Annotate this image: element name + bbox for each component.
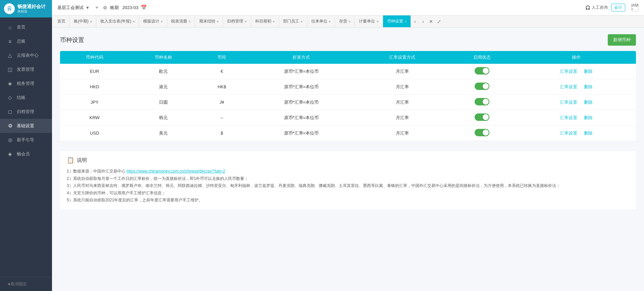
sidebar-item-ledger[interactable]: ≡ 总账 (0, 34, 52, 48)
topbar-actions: 🎧 人工咨询 会计 iAM * (585, 4, 639, 11)
badge-label: 会计 (614, 5, 622, 10)
tab-部门员工[interactable]: 部门员工 × (279, 15, 307, 28)
cell-enabled[interactable] (447, 126, 517, 141)
calendar-icon[interactable]: 📅 (141, 5, 147, 10)
main-area: 基层工会测试 ▼ ＋ ⚙ 账期 2023-03 📅 🎧 人工咨询 会计 iAM … (52, 0, 644, 291)
cell-calc: 原币*汇率=本位币 (246, 95, 357, 110)
member-label: 畅会员 (17, 151, 30, 157)
tab-首页[interactable]: 首页 (53, 15, 70, 28)
tab-prev-btn[interactable]: ‹ (411, 15, 419, 28)
tab-close-icon[interactable]: × (329, 19, 331, 23)
table-row: USD美元$原币*汇率=本位币月汇率 汇率设置 删除 (60, 126, 636, 141)
cell-enabled[interactable] (447, 95, 517, 110)
account-badge[interactable]: 会计 (611, 4, 625, 11)
cell-enabled[interactable] (447, 64, 517, 79)
tab-科目期初[interactable]: 科目期初 × (251, 15, 279, 28)
tabs-bar: 首页账(中期) ×收入支出表(年报) ×模版设计 ×税表清册 ×期末结转 ×归档… (52, 15, 644, 28)
cell-name: 韩元 (129, 110, 198, 126)
archive-label: 归档管理 (17, 109, 34, 115)
company-dropdown-icon[interactable]: ▼ (86, 5, 90, 10)
help-button[interactable]: 🎧 人工咨询 (585, 5, 608, 10)
tab-close-all-btn[interactable]: ✕ (427, 15, 435, 28)
cell-actions: 汇率设置 删除 (516, 79, 636, 95)
tab-计量单位[interactable]: 计量单位 × (355, 15, 383, 28)
tab-label: 科目期初 (255, 18, 271, 24)
notes-external-link[interactable]: https://www.chinamoney.com.cn/chinese/bk… (126, 169, 225, 174)
cell-actions: 汇率设置 删除 (516, 126, 636, 141)
sidebar-item-invoice[interactable]: ◫ 发票管理 (0, 62, 52, 77)
note-item: 3）人民币对马来西亚林吉特、俄罗斯卢布、南非兰特、韩元、阿联酋迪拉姆、沙特里亚尔… (67, 182, 629, 190)
tab-close-icon[interactable]: × (189, 19, 191, 23)
cell-rate_type: 月汇率 (357, 79, 447, 95)
cell-code: KRW (60, 110, 129, 126)
delete-link[interactable]: 删除 (584, 100, 593, 105)
tab-label: 币种设置 (387, 18, 403, 24)
tab-label: 部门员工 (283, 18, 299, 24)
toggle-switch[interactable] (475, 129, 489, 136)
cell-name: 美元 (129, 126, 198, 141)
sidebar-item-settle[interactable]: ◇ 结账 (0, 91, 52, 105)
cell-code: HKD (60, 79, 129, 95)
delete-link[interactable]: 删除 (584, 69, 593, 74)
toggle-track (475, 113, 489, 121)
tab-close-icon[interactable]: × (301, 19, 303, 23)
rate-setting-link[interactable]: 汇率设置 (560, 69, 577, 74)
tab-close-icon[interactable]: × (348, 19, 351, 23)
help-label: 人工咨询 (592, 5, 608, 10)
tab-税表清册[interactable]: 税表清册 × (167, 15, 195, 28)
sidebar-item-basic[interactable]: ⚙ 基础设置 (0, 119, 52, 133)
tab-归档管理[interactable]: 归档管理 × (223, 15, 251, 28)
tab-收入支出表(年报)[interactable]: 收入支出表(年报) × (96, 15, 139, 28)
cell-symbol: $ (198, 126, 246, 141)
rate-setting-link[interactable]: 汇率设置 (560, 131, 577, 136)
tab-期末结转[interactable]: 期末结转 × (195, 15, 223, 28)
tab-模版设计[interactable]: 模版设计 × (139, 15, 167, 28)
tab-close-icon[interactable]: × (90, 19, 92, 23)
sidebar-item-archive[interactable]: ◻ 归档管理 (0, 105, 52, 119)
tab-close-icon[interactable]: × (132, 19, 135, 23)
delete-link[interactable]: 删除 (584, 131, 593, 136)
page-content: 币种设置 新增币种 币种代码币种名称币符折算方式汇率设置方式启用状态操作 EUR… (52, 28, 644, 291)
cell-actions: 汇率设置 删除 (516, 95, 636, 110)
tab-expand-btn[interactable]: ⤢ (435, 15, 443, 28)
sidebar-item-member[interactable]: ◈ 畅会员 (0, 147, 52, 161)
tax-label: 税务管理 (17, 81, 34, 87)
tab-close-icon[interactable]: × (217, 19, 219, 23)
toggle-switch[interactable] (475, 83, 489, 90)
tab-币种设置[interactable]: 币种设置 × (383, 15, 411, 28)
cell-name: 日圆 (129, 95, 198, 110)
toggle-track (475, 129, 489, 136)
tab-close-icon[interactable]: × (245, 19, 247, 23)
tab-next-btn[interactable]: › (419, 15, 427, 28)
toggle-switch[interactable] (475, 67, 489, 75)
cell-actions: 汇率设置 删除 (516, 110, 636, 126)
toggle-switch[interactable] (475, 98, 489, 105)
cell-enabled[interactable] (447, 110, 517, 126)
sidebar-item-tax[interactable]: ◈ 税务管理 (0, 77, 52, 91)
tab-存货[interactable]: 存货 × (335, 15, 355, 28)
add-company-icon[interactable]: ＋ (94, 4, 100, 11)
sidebar-footer[interactable]: ◄取消固定 (0, 277, 52, 291)
user-icon[interactable]: iAM * (631, 4, 639, 11)
tab-close-icon[interactable]: × (273, 19, 275, 23)
new-currency-button[interactable]: 新增币种 (608, 34, 636, 46)
cell-name: 港元 (129, 79, 198, 95)
toggle-switch[interactable] (475, 113, 489, 121)
sidebar-item-home[interactable]: ⌂ 首页 (0, 20, 52, 34)
tab-往来单位[interactable]: 往来单位 × (307, 15, 335, 28)
sidebar-item-reports[interactable]: △ 云报表中心 (0, 48, 52, 62)
tab-close-icon[interactable]: × (376, 19, 378, 23)
settings-icon[interactable]: ⚙ (103, 5, 107, 10)
tab-close-icon[interactable]: × (405, 19, 407, 23)
sidebar-item-guide[interactable]: ◎ 新手引导 (0, 133, 52, 147)
delete-link[interactable]: 删除 (584, 115, 593, 120)
delete-link[interactable]: 删除 (584, 84, 593, 89)
rate-setting-link[interactable]: 汇率设置 (560, 84, 577, 89)
rate-setting-link[interactable]: 汇率设置 (560, 100, 577, 105)
cell-enabled[interactable] (447, 79, 517, 95)
table-header-row: 币种代码币种名称币符折算方式汇率设置方式启用状态操作 (60, 51, 636, 64)
tab-账(中期)[interactable]: 账(中期) × (70, 15, 96, 28)
toggle-track (475, 98, 489, 105)
tab-close-icon[interactable]: × (161, 19, 163, 23)
rate-setting-link[interactable]: 汇率设置 (560, 115, 577, 120)
